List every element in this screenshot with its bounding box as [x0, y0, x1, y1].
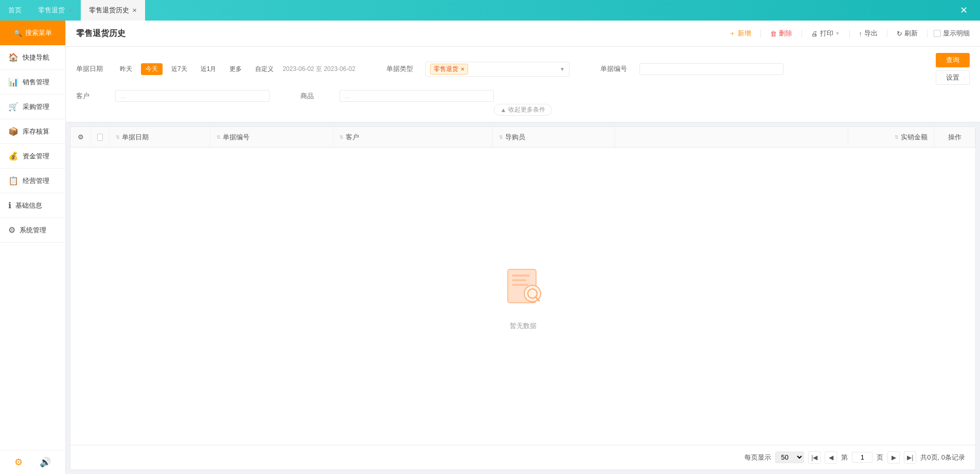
- type-tag-close[interactable]: ✕: [460, 66, 465, 72]
- sales-icon: 📊: [8, 77, 19, 87]
- sidebar-item-home-label: 快捷导航: [23, 53, 49, 62]
- add-icon: ＋: [729, 29, 736, 38]
- date-btn-yesterday[interactable]: 昨天: [115, 63, 137, 75]
- customer-filter-label: 客户: [76, 92, 105, 101]
- date-btn-today[interactable]: 今天: [141, 63, 163, 75]
- th-customer-sort-icon[interactable]: ⇅: [340, 135, 344, 140]
- delete-button[interactable]: 🗑 删除: [767, 27, 795, 40]
- th-date: ⇅ 单据日期: [110, 127, 210, 147]
- th-amount-sort-icon[interactable]: ⇅: [895, 135, 899, 140]
- select-all-checkbox[interactable]: [97, 134, 103, 141]
- export-button[interactable]: ↑ 导出: [856, 27, 881, 40]
- date-btn-custom[interactable]: 自定义: [251, 63, 278, 75]
- sidebar-item-sales[interactable]: 📊 销售管理: [0, 70, 65, 95]
- sidebar-item-basic-info[interactable]: ℹ 基础信息: [0, 193, 65, 218]
- th-checkbox[interactable]: [91, 127, 110, 147]
- th-guide-sort-icon[interactable]: ⇅: [499, 135, 503, 140]
- th-settings[interactable]: ⚙: [70, 127, 91, 147]
- tab-list: 首页 零售退货 ✕ 零售退货历史 ✕: [0, 0, 956, 21]
- sidebar-audio-icon[interactable]: 🔊: [40, 457, 51, 468]
- close-retail-return-icon[interactable]: ✕: [68, 7, 73, 14]
- empty-state: 暂无数据: [70, 148, 975, 445]
- customer-filter-select[interactable]: …: [115, 90, 270, 102]
- sidebar-item-finance-label: 资金管理: [23, 152, 49, 161]
- page-size-select[interactable]: 50 100 200: [775, 451, 804, 463]
- close-window-button[interactable]: ✕: [956, 3, 972, 17]
- svg-rect-1: [512, 275, 530, 277]
- no-filter-input[interactable]: [639, 63, 783, 75]
- date-range-display: 2023-06-02 至 2023-06-02: [282, 65, 355, 74]
- search-menu[interactable]: 🔍 搜索菜单: [0, 21, 65, 45]
- sidebar-item-operations[interactable]: 📋 经营管理: [0, 169, 65, 193]
- close-retail-history-icon[interactable]: ✕: [132, 7, 137, 14]
- top-bar: 首页 零售退货 ✕ 零售退货历史 ✕ ✕: [0, 0, 980, 21]
- type-filter-label: 单据类型: [386, 64, 415, 74]
- print-button[interactable]: 🖨 打印 ▼: [808, 27, 843, 40]
- top-bar-right: ✕: [956, 5, 980, 16]
- type-filter-select[interactable]: 零售退货 ✕ ▼: [425, 62, 569, 77]
- settings-button[interactable]: 设置: [936, 70, 970, 85]
- finance-icon: 💰: [8, 151, 19, 161]
- sidebar-item-purchase[interactable]: 🛒 采购管理: [0, 95, 65, 119]
- goods-filter-select[interactable]: …: [340, 90, 494, 102]
- filter-area: 单据日期 昨天 今天 近7天 近1月 更多 自定义 2023-06-02 至 2…: [66, 47, 980, 122]
- show-detail-toggle[interactable]: 显示明细: [934, 29, 970, 38]
- sidebar-settings-icon[interactable]: ⚙: [14, 457, 23, 468]
- empty-text: 暂无数据: [510, 321, 537, 331]
- refresh-icon: ↻: [897, 30, 902, 38]
- prev-page-button[interactable]: ◀: [825, 451, 837, 464]
- next-page-button[interactable]: ▶: [887, 451, 900, 464]
- date-btn-7days[interactable]: 近7天: [167, 63, 192, 75]
- th-no-sort-icon[interactable]: ⇅: [217, 135, 221, 140]
- tab-home-label: 首页: [8, 6, 22, 15]
- th-date-sort-icon[interactable]: ⇅: [116, 135, 120, 140]
- page-input[interactable]: [852, 452, 872, 463]
- export-icon: ↑: [859, 30, 863, 38]
- th-spacer: [615, 127, 848, 147]
- add-button[interactable]: ＋ 新增: [726, 27, 754, 40]
- divider-4: [887, 29, 887, 38]
- th-guide: ⇅ 导购员: [493, 127, 616, 147]
- operations-icon: 📋: [8, 176, 19, 186]
- date-btn-1month[interactable]: 近1月: [196, 63, 221, 75]
- print-label: 打印: [820, 29, 833, 38]
- query-button[interactable]: 查询: [936, 53, 970, 67]
- tab-home[interactable]: 首页: [0, 0, 30, 21]
- select-arrow-icon: ▼: [560, 66, 565, 72]
- show-detail-checkbox[interactable]: [934, 30, 941, 37]
- page-label: 页: [877, 453, 883, 462]
- refresh-label: 刷新: [904, 29, 918, 38]
- last-page-button[interactable]: ▶|: [904, 451, 916, 464]
- th-no-label: 单据编号: [223, 133, 250, 142]
- sidebar-item-finance[interactable]: 💰 资金管理: [0, 144, 65, 169]
- purchase-icon: 🛒: [8, 102, 19, 112]
- refresh-button[interactable]: ↻ 刷新: [894, 27, 921, 40]
- system-icon: ⚙: [8, 225, 15, 235]
- tab-retail-return-label: 零售退货: [38, 6, 65, 15]
- date-filter: 昨天 今天 近7天 近1月 更多 自定义 2023-06-02 至 2023-0…: [115, 63, 355, 75]
- tab-retail-return[interactable]: 零售退货 ✕: [30, 0, 81, 21]
- divider-5: [927, 29, 928, 38]
- tab-retail-history[interactable]: 零售退货历史 ✕: [81, 0, 145, 21]
- type-tag: 零售退货 ✕: [430, 64, 468, 75]
- goods-placeholder: …: [344, 92, 351, 100]
- collapse-label: 收起更多条件: [508, 105, 545, 114]
- tab-retail-history-label: 零售退货历史: [89, 6, 129, 15]
- first-page-button[interactable]: |◀: [808, 451, 821, 464]
- table-header: ⚙ ⇅ 单据日期 ⇅ 单据编号 ⇅ 客户 ⇅: [70, 127, 975, 148]
- th-customer-label: 客户: [346, 133, 359, 142]
- sidebar-item-system-label: 系统管理: [20, 226, 46, 235]
- page-title: 零售退货历史: [76, 28, 126, 39]
- collapse-button[interactable]: ▲ 收起更多条件: [494, 104, 553, 116]
- sidebar-item-system[interactable]: ⚙ 系统管理: [0, 218, 65, 243]
- th-no: ⇅ 单据编号: [210, 127, 333, 147]
- query-actions: 查询 设置: [936, 53, 970, 85]
- sidebar: 🔍 搜索菜单 🏠 快捷导航 📊 销售管理 🛒 采购管理 📦 库存核算 💰 资金管…: [0, 21, 66, 474]
- pagination: 每页显示 50 100 200 |◀ ◀ 第 页 ▶ ▶| 共0页, 0条记录: [70, 445, 975, 469]
- sidebar-item-inventory[interactable]: 📦 库存核算: [0, 119, 65, 144]
- date-btn-more[interactable]: 更多: [225, 63, 246, 75]
- empty-icon: [497, 262, 549, 313]
- table-settings-icon[interactable]: ⚙: [78, 133, 84, 141]
- search-menu-label: 搜索菜单: [25, 28, 52, 38]
- sidebar-item-home[interactable]: 🏠 快捷导航: [0, 45, 65, 70]
